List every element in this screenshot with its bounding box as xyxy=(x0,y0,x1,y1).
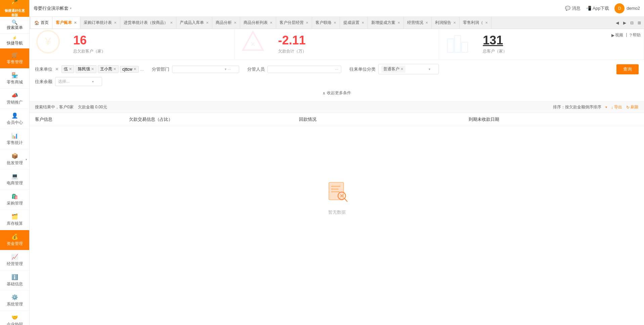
stat3-bg-icon xyxy=(446,32,469,56)
tab-add-achievement-close[interactable]: ✕ xyxy=(397,21,400,25)
inventory-icon: 🗂️ xyxy=(11,213,18,220)
logo-icon: 🍊 xyxy=(11,0,18,8)
tab-customer-account-close[interactable]: ✕ xyxy=(74,21,77,25)
help-btn[interactable]: ? 帮助 xyxy=(630,32,641,38)
tab-retail-profit[interactable]: 零售利润（ ✕ xyxy=(460,17,491,29)
sidebar-item-system[interactable]: ⚙️ 系统管理 xyxy=(0,291,29,311)
refresh-btn[interactable]: ↻ 刷新 xyxy=(626,104,639,110)
tab-prev-btn[interactable]: ◀ xyxy=(614,20,620,26)
tab-product-analysis-close[interactable]: ✕ xyxy=(234,21,237,25)
empty-text: 暂无数据 xyxy=(328,209,346,215)
sidebar-item-retail-mgmt[interactable]: 🛒 零售管理 xyxy=(0,48,29,69)
tab-product-analysis-list-close[interactable]: ✕ xyxy=(270,21,272,25)
sidebar: 🍊 畅捷通好生意 标版 🔍 搜索菜单 ⚡ 快捷导航 🛒 零售管理 🏪 零售商城 … xyxy=(0,0,30,325)
tag-chen-close[interactable]: ✕ xyxy=(91,67,94,71)
tab-add-achievement[interactable]: 新增提成方案 ✕ xyxy=(368,17,404,29)
sidebar-item-wholesale[interactable]: 📦 批发管理 ▾ xyxy=(0,149,29,170)
col-customer-info: 客户信息 xyxy=(35,116,129,122)
sidebar-item-label-inventory: 库存核算 xyxy=(7,221,23,226)
stat3-label: 总客户（家） xyxy=(483,48,507,54)
finance-icon: 💰 xyxy=(11,233,18,240)
app-download-btn[interactable]: 📲 App下载 xyxy=(586,5,609,11)
tab-inbound-close[interactable]: ✕ xyxy=(170,21,173,25)
stats-row: ¥ 16 总欠款客户（家） × xyxy=(30,29,644,60)
dept-label: 分管部门 xyxy=(152,66,169,72)
tab-business-status[interactable]: 经营情况 ✕ xyxy=(404,17,432,29)
tab-purchase-order[interactable]: 采购订单统计表 ✕ xyxy=(80,17,120,29)
search-menu[interactable]: 🔍 搜索菜单 xyxy=(0,17,29,34)
unit-class-tag-close[interactable]: ✕ xyxy=(400,67,403,71)
tag-cjttcw-label: cjttcw xyxy=(122,67,132,72)
collapse-button[interactable]: ∧ 收起更多条件 xyxy=(318,89,355,97)
download-icon: 📲 xyxy=(586,6,591,11)
tab-product-inbound-label: 产成品入库单 xyxy=(180,20,204,26)
tag-cjttcw-close[interactable]: ✕ xyxy=(133,67,136,71)
sidebar-item-label-member: 会员中心 xyxy=(7,120,23,125)
tab-product-analysis-list[interactable]: 商品分析列表 ✕ xyxy=(240,17,276,29)
topbar: 母婴行业演示帐套 ▾ 💬 消息 📲 App下载 D demo2 xyxy=(30,0,644,17)
filter-more-tags[interactable]: ... xyxy=(140,67,144,72)
sidebar-item-ecommerce[interactable]: 💻 电商管理 xyxy=(0,170,29,190)
tab-business-status-close[interactable]: ✕ xyxy=(425,21,428,25)
unit-class-select[interactable]: 普通客户 ✕ ▾ xyxy=(378,64,439,74)
tab-customer-layer-close[interactable]: ✕ xyxy=(306,21,308,25)
tab-product-inbound-close[interactable]: ✕ xyxy=(206,21,209,25)
tab-inbound-stats[interactable]: 进货单统计表（按商品） ✕ xyxy=(120,17,176,29)
search-label: 搜索菜单 xyxy=(1,25,28,31)
tab-reminder-close[interactable]: ✕ xyxy=(361,21,364,25)
balance-select[interactable]: 选择... ▾ xyxy=(55,77,102,86)
tab-next-btn[interactable]: ▶ xyxy=(621,20,628,26)
sidebar-item-corp-collab[interactable]: 🤝 企业协同 xyxy=(0,311,29,325)
sort-arrow: ▾ xyxy=(605,105,607,109)
tab-fullscreen-btn[interactable]: ⊞ xyxy=(636,20,643,26)
operations-icon: 📈 xyxy=(11,254,18,260)
unit-class-label: 往来单位分类 xyxy=(349,66,376,72)
sidebar-item-label-wholesale: 批发管理 xyxy=(7,160,23,166)
sidebar-item-retail-stats[interactable]: 📊 零售统计 xyxy=(0,129,29,149)
query-button[interactable]: 查询 xyxy=(616,64,639,74)
sidebar-item-purchase[interactable]: 🛍️ 采购管理 xyxy=(0,190,29,210)
tag-wu-close[interactable]: ✕ xyxy=(69,67,72,71)
tab-home[interactable]: 🏠 首页 xyxy=(31,17,52,29)
sidebar-item-label-marketing: 营销推广 xyxy=(7,100,23,105)
tab-product-analysis[interactable]: 商品分析 ✕ xyxy=(212,17,240,29)
person-more-icon: ··· xyxy=(335,67,338,71)
video-help-btn[interactable]: ▶ 视频 xyxy=(611,32,623,38)
logo-text-line2: 标版 xyxy=(11,13,18,17)
unit-clear-icon[interactable]: ✕ xyxy=(55,67,59,72)
tab-retail-profit-close[interactable]: ✕ xyxy=(485,21,488,25)
sidebar-item-marketing[interactable]: 📣 营销推广 xyxy=(0,89,29,109)
tab-customer-account[interactable]: 客户账本 ✕ xyxy=(52,17,80,29)
tag-wang-close[interactable]: ✕ xyxy=(113,67,116,71)
sidebar-item-inventory[interactable]: 🗂️ 库存核算 xyxy=(0,210,29,230)
tab-reminder[interactable]: 提成设置 ✕ xyxy=(340,17,368,29)
tab-profit-report-close[interactable]: ✕ xyxy=(453,21,456,25)
sidebar-item-operations[interactable]: 📈 经营管理 xyxy=(0,250,29,270)
svg-rect-10 xyxy=(331,191,340,192)
sidebar-item-member-center[interactable]: 👤 会员中心 xyxy=(0,109,29,129)
dept-select[interactable]: ▾ ··· xyxy=(172,66,239,73)
stat2-bg-icon: × xyxy=(241,30,265,53)
person-input[interactable]: ··· xyxy=(267,66,341,73)
sidebar-item-basic-info[interactable]: ℹ️ 基础信息 xyxy=(0,270,29,291)
tab-customer-contact-close[interactable]: ✕ xyxy=(334,21,336,25)
account-selector[interactable]: 母婴行业演示帐套 ▾ xyxy=(34,5,72,11)
tab-customer-contact[interactable]: 客户联络 ✕ xyxy=(312,17,340,29)
filter-tags: 伍 ✕ 陈民强 ✕ 王小亮 ✕ cjttcw ✕ xyxy=(61,65,144,73)
sidebar-item-finance[interactable]: 💰 资金管理 xyxy=(0,230,29,250)
username: demo2 xyxy=(627,6,640,11)
svg-rect-6 xyxy=(462,42,468,52)
tab-purchase-order-close[interactable]: ✕ xyxy=(114,21,117,25)
tab-customer-layer[interactable]: 客户分层经营 ✕ xyxy=(276,17,312,29)
tabbar: 🏠 首页 客户账本 ✕ 采购订单统计表 ✕ 进货单统计表（按商品） ✕ 产成品入… xyxy=(30,17,644,29)
tab-profit-report[interactable]: 利润报告 ✕ xyxy=(432,17,460,29)
export-btn[interactable]: ↓ 导出 xyxy=(611,104,622,110)
message-btn[interactable]: 💬 消息 xyxy=(565,5,581,11)
user-avatar[interactable]: D demo2 xyxy=(614,3,640,13)
tab-expand-btn[interactable]: ⊟ xyxy=(629,20,635,26)
video-icon: ▶ xyxy=(611,33,614,38)
sidebar-item-retail-mall[interactable]: 🏪 零售商城 xyxy=(0,69,29,89)
person-label: 分管人员 xyxy=(247,66,265,72)
tab-product-inbound[interactable]: 产成品入库单 ✕ xyxy=(176,17,212,29)
quick-nav[interactable]: ⚡ 快捷导航 xyxy=(0,34,29,48)
